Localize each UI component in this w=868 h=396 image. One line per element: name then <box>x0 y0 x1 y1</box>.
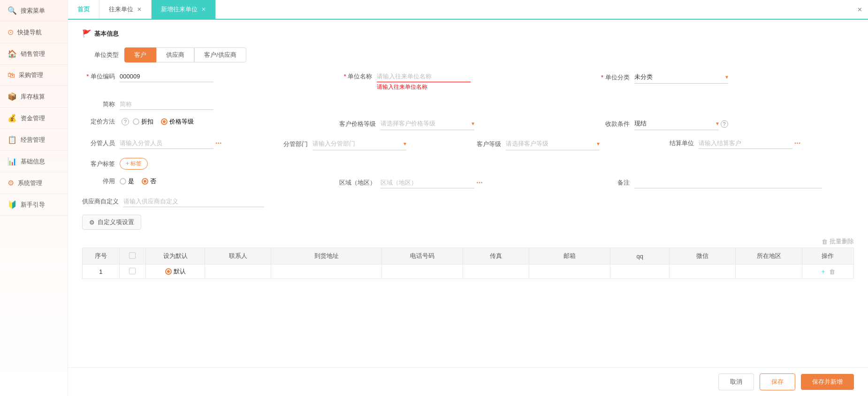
th-phone: 电话号码 <box>382 248 463 264</box>
btn-type-supplier[interactable]: 供应商 <box>156 47 194 62</box>
field-pricing: 定价方法 ? 折扣 价格等级 <box>82 117 339 126</box>
th-email: 邮箱 <box>529 248 610 264</box>
sidebar-item-guide[interactable]: 🔰 新手引导 <box>0 194 68 216</box>
sidebar-item-system[interactable]: ⚙ 系统管理 <box>0 172 68 194</box>
main-area: 首页 往来单位 ✕ 新增往来单位 ✕ ✕ 🚩 基本信息 单位类型 客户 供应商 … <box>68 0 868 396</box>
unit-code-label: 单位编码 <box>82 72 120 81</box>
row-phone[interactable] <box>382 264 463 279</box>
sidebar-item-operations[interactable]: 📋 经营管理 <box>0 129 68 151</box>
unit-category-select[interactable]: 未分类 ▾ <box>634 71 728 84</box>
field-unit-category: 单位分类 未分类 ▾ <box>597 71 854 84</box>
row-fax[interactable] <box>463 264 529 279</box>
tab-new-partner-close[interactable]: ✕ <box>201 7 206 12</box>
payment-help-icon[interactable]: ? <box>721 120 728 128</box>
row-contact[interactable] <box>205 264 271 279</box>
th-checkbox[interactable] <box>119 248 146 264</box>
form-row-manager: 分管人员 ··· 分管部门 请输入分管部门 ▾ 客户等级 请选择客户等级 ▾ 结… <box>82 138 854 150</box>
supplier-custom-input[interactable] <box>123 196 264 207</box>
tab-home-label: 首页 <box>77 5 90 14</box>
row-fax-input[interactable] <box>468 268 524 275</box>
manager-label: 分管人员 <box>82 139 120 148</box>
unit-name-label: 单位名称 <box>339 72 377 81</box>
sidebar-item-inventory[interactable]: 📦 库存核算 <box>0 86 68 108</box>
row-checkbox-cell[interactable] <box>119 264 146 279</box>
sidebar-item-search-label: 搜索菜单 <box>21 7 45 15</box>
custom-settings: ⚙ 自定义项设置 <box>82 215 854 230</box>
sidebar-item-purchase[interactable]: 🛍 采购管理 <box>0 65 68 86</box>
btn-type-customer[interactable]: 客户 <box>124 47 156 62</box>
tab-close-all[interactable]: ✕ <box>852 0 868 19</box>
row-default-radio[interactable]: 默认 <box>151 267 200 276</box>
settlement-dots-btn[interactable]: ··· <box>792 139 802 148</box>
settlement-label: 结算单位 <box>661 139 699 148</box>
tab-partners[interactable]: 往来单位 ✕ <box>99 0 152 19</box>
row-region[interactable] <box>736 264 802 279</box>
row-qq[interactable] <box>610 264 670 279</box>
radio-discount[interactable]: 折扣 <box>133 117 153 126</box>
pricing-help-icon[interactable]: ? <box>122 118 129 125</box>
custom-settings-button[interactable]: ⚙ 自定义项设置 <box>82 215 141 230</box>
save-button[interactable]: 保存 <box>760 373 795 390</box>
abbr-input[interactable] <box>120 99 213 110</box>
sidebar-item-quick-nav[interactable]: ⊙ 快捷导航 <box>0 22 68 43</box>
tab-home[interactable]: 首页 <box>68 0 99 19</box>
cancel-button[interactable]: 取消 <box>718 373 754 390</box>
row-wx[interactable] <box>670 264 736 279</box>
customer-level-select[interactable]: 请选择客户等级 ▾ <box>506 138 600 150</box>
manager-dots-btn[interactable]: ··· <box>213 139 223 148</box>
customer-level-arrow: ▾ <box>597 140 600 147</box>
row-addr-input[interactable] <box>276 268 377 275</box>
field-unit-name: 单位名称 请输入往来单位名称 <box>339 71 596 91</box>
th-fax: 传真 <box>463 248 529 264</box>
select-all-checkbox[interactable] <box>129 252 136 259</box>
sidebar-item-search[interactable]: 🔍 搜索菜单 <box>0 0 68 22</box>
row-email[interactable] <box>529 264 610 279</box>
row-add-btn[interactable]: ＋ <box>820 267 826 276</box>
row-delete-btn[interactable]: 🗑 <box>829 268 835 275</box>
sidebar-item-basic-info[interactable]: 📊 基础信息 <box>0 151 68 172</box>
region-dots-btn[interactable]: ··· <box>474 179 484 187</box>
radio-price-level-label: 价格等级 <box>169 117 194 126</box>
customer-price-select[interactable]: 请选择客户价格等级 ▾ <box>381 117 474 130</box>
region-input[interactable] <box>381 177 474 188</box>
add-tag-button[interactable]: + 标签 <box>120 158 148 170</box>
row-region-input[interactable] <box>740 268 797 275</box>
row-wx-input[interactable] <box>674 268 731 275</box>
field-dept: 分管部门 请输入分管部门 ▾ <box>275 138 468 150</box>
row-contact-input[interactable] <box>210 268 266 275</box>
manager-input[interactable] <box>120 138 213 149</box>
row-phone-input[interactable] <box>387 268 458 275</box>
tab-new-partner[interactable]: 新增往来单位 ✕ <box>152 0 216 19</box>
row-default[interactable]: 默认 <box>146 264 205 279</box>
radio-price-level[interactable]: 价格等级 <box>161 117 194 126</box>
btn-type-both[interactable]: 客户/供应商 <box>194 47 246 62</box>
save-new-button[interactable]: 保存并新增 <box>801 374 854 390</box>
radio-disable-no[interactable]: 否 <box>142 177 156 186</box>
row-email-input[interactable] <box>534 268 605 275</box>
dept-select[interactable]: 请输入分管部门 ▾ <box>312 138 406 150</box>
customer-price-label: 客户价格等级 <box>339 120 381 128</box>
radio-disable-yes-circle <box>120 178 126 185</box>
customer-level-label: 客户等级 <box>468 140 506 148</box>
remark-input[interactable] <box>634 177 822 188</box>
row-qq-input[interactable] <box>615 268 664 275</box>
sidebar-item-finance[interactable]: 💰 资金管理 <box>0 108 68 129</box>
th-addr: 到货地址 <box>271 248 382 264</box>
radio-discount-circle <box>133 118 139 125</box>
sales-icon: 🏠 <box>8 49 17 58</box>
row-checkbox[interactable] <box>129 268 136 274</box>
payment-select[interactable]: 现结 ▾ <box>634 117 719 130</box>
settlement-input[interactable] <box>699 138 792 149</box>
unit-code-input[interactable] <box>120 71 213 82</box>
sidebar-item-inventory-label: 库存核算 <box>21 93 45 101</box>
tab-partners-close[interactable]: ✕ <box>137 7 142 12</box>
batch-delete-button[interactable]: 🗑 批量删除 <box>822 237 854 246</box>
sidebar-item-sales[interactable]: 🏠 销售管理 <box>0 43 68 65</box>
th-qq: qq <box>610 248 670 264</box>
customer-tag-label: 客户标签 <box>82 160 120 168</box>
radio-disable-yes[interactable]: 是 <box>120 177 134 186</box>
section-title-text: 基本信息 <box>94 30 119 38</box>
row-addr[interactable] <box>271 264 382 279</box>
sidebar-item-guide-label: 新手引导 <box>21 201 45 209</box>
unit-name-input[interactable] <box>377 71 471 82</box>
